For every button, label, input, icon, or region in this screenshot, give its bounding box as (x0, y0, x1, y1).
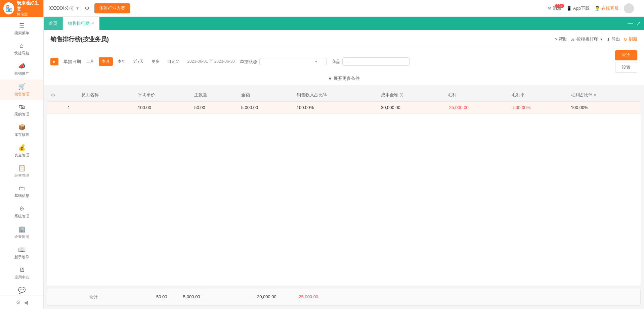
sidebar-item-guide[interactable]: 📖 新手引导 (0, 243, 43, 263)
goods-input[interactable]: ... (342, 57, 410, 66)
tab-home[interactable]: 首页 (44, 17, 63, 30)
col-header-qty: 主数量 (190, 89, 237, 102)
service-label: 在线客服 (601, 5, 619, 11)
table-wrapper: ⚙ 员工名称 平均单价 主数量 全额 销售收入占比% 成本全额 i 毛利 毛利率… (47, 89, 641, 286)
date-btn-current-year[interactable]: 本年 (115, 57, 129, 66)
table-header: ⚙ 员工名称 平均单价 主数量 全额 销售收入占比% 成本全额 i 毛利 毛利率… (47, 89, 641, 102)
footer-sales-pct (213, 293, 253, 302)
sidebar-item-search[interactable]: ☰ 搜索菜单 (0, 18, 43, 39)
date-filter-label: 单据日期 (63, 59, 81, 65)
col-header-profit: 毛利 (444, 89, 508, 102)
app-download-button[interactable]: 📱 App下载 (566, 5, 590, 11)
content-area: 销售排行榜(按业务员) ? 帮助 🖨 按模板打印 ▼ ⬇ 导出 ↻ 刷新 (44, 30, 644, 309)
col-header-avg-price: 平均单价 (134, 89, 190, 102)
sidebar-label-guide: 新手引导 (14, 255, 29, 260)
sidebar-item-inventory[interactable]: 📦 库存核算 (0, 120, 43, 141)
page-title: 销售排行榜(按业务员) (50, 35, 109, 43)
row-rank: 1 (60, 102, 77, 114)
sidebar-item-system[interactable]: ⚙ 系统管理 (0, 202, 43, 222)
topbar-settings-icon[interactable]: ⚙ (85, 5, 89, 11)
sidebar-item-wechat[interactable]: 💬 企业微信 (0, 283, 43, 296)
tabbar: 首页 销售排行榜 × — ⤢ (44, 17, 644, 30)
date-btn-more[interactable]: 更多 (148, 57, 163, 66)
status-filter-label: 单据状态 (240, 59, 257, 65)
sidebar-collapse-button[interactable]: ◀ (24, 299, 28, 306)
filter-status-item: 单据状态 ▼ (240, 58, 327, 65)
app-icon: 📱 (566, 6, 572, 11)
sidebar-item-shortcut[interactable]: ⌂ 快捷导航 (0, 39, 43, 59)
sidebar-item-marketing[interactable]: 📣 营销推广 (0, 59, 43, 80)
filter-toggle-icon[interactable]: ► (50, 58, 58, 65)
column-settings-button[interactable]: 设置 (615, 62, 637, 73)
system-icon: ⚙ (19, 205, 25, 212)
sidebar-label-enterprise: 企业协同 (14, 234, 29, 239)
message-badge: 99+ (555, 4, 564, 8)
trial-button[interactable]: 体验行业方案 (94, 3, 130, 13)
cost-info-icon: i (400, 93, 403, 97)
footer-label: 合计 (85, 293, 119, 302)
sidebar-item-enterprise[interactable]: 🏢 企业协同 (0, 222, 43, 243)
export-button[interactable]: ⬇ 导出 (606, 36, 620, 42)
table-header-row: ⚙ 员工名称 平均单价 主数量 全额 销售收入占比% 成本全额 i 毛利 毛利率… (47, 89, 641, 102)
query-button[interactable]: 查询 (615, 50, 637, 60)
col-header-profit-pct: 毛利占比% ⇅ (567, 89, 641, 102)
sidebar-label-operation: 经营管理 (14, 173, 29, 178)
sidebar-settings-button[interactable]: ⚙ (16, 299, 20, 306)
company-name: XXXXX公司 (49, 5, 74, 11)
sidebar-item-finance[interactable]: 💰 资金管理 (0, 141, 43, 161)
marketing-icon: 📣 (18, 62, 26, 70)
company-selector[interactable]: XXXXX公司 ▼ (49, 5, 80, 11)
date-btn-last-month[interactable]: 上月 (83, 57, 97, 66)
data-table: ⚙ 员工名称 平均单价 主数量 全额 销售收入占比% 成本全额 i 毛利 毛利率… (47, 89, 641, 114)
print-button[interactable]: 🖨 按模板打印 ▼ (571, 36, 603, 42)
company-dropdown-icon: ▼ (76, 6, 80, 11)
sidebar-item-appstore[interactable]: 🖥 应用中心 (0, 263, 43, 283)
topbar-right: ✉ 消息 99+ 📱 App下载 👨‍💼 在线客服 (548, 3, 639, 13)
row-avg-price: 100.00 (134, 102, 190, 114)
table-body: 1 100.00 50.00 5,000.00 100.00% 30,000.0… (47, 102, 641, 114)
tab-sales-ranking[interactable]: 销售排行榜 × (63, 17, 99, 30)
sidebar-item-operation[interactable]: 📋 经营管理 (0, 161, 43, 182)
tab-close-icon[interactable]: × (92, 21, 94, 26)
date-btn-7days[interactable]: 近7天 (130, 57, 147, 66)
filter-bar: ► 单据日期 上月 本月 本年 近7天 更多 自定义 2023-06-01 至 … (44, 47, 644, 85)
row-qty: 50.00 (190, 102, 237, 114)
row-sales-pct: 100.00% (293, 102, 377, 114)
enterprise-icon: 🏢 (18, 225, 26, 233)
basic-icon: 🗃 (19, 185, 25, 192)
col-header-settings[interactable]: ⚙ (47, 89, 60, 102)
sidebar-label-basic: 基础信息 (14, 193, 29, 198)
message-button[interactable]: ✉ 消息 99+ (548, 5, 561, 11)
home-icon: ⌂ (20, 42, 24, 49)
sidebar-item-purchase[interactable]: 🛍 采购管理 (0, 100, 43, 120)
col-header-margin: 毛利率 (508, 89, 567, 102)
col-header-sales-pct: 销售收入占比% (293, 89, 377, 102)
export-icon: ⬇ (606, 37, 610, 42)
sidebar-item-basic[interactable]: 🗃 基础信息 (0, 182, 43, 202)
avatar (624, 3, 634, 13)
expand-label: 展开更多条件 (334, 75, 360, 82)
home-tab-label: 首页 (49, 20, 57, 27)
table-footer: 合计 50.00 5,000.00 30,000.00 -25,000.00 (47, 289, 641, 306)
sidebar-item-sales[interactable]: 🛒 销售管理 (0, 80, 43, 100)
tab-minimize-icon[interactable]: — (628, 20, 633, 27)
col-header-name: 员工名称 (77, 89, 134, 102)
service-icon: 👨‍💼 (595, 6, 600, 11)
online-service-button[interactable]: 👨‍💼 在线客服 (595, 5, 619, 11)
col-header-cost: 成本全额 i (377, 89, 444, 102)
expand-icon: ▼ (328, 76, 332, 81)
expand-conditions-button[interactable]: ▼ 展开更多条件 (328, 75, 360, 82)
expand-row: ▼ 展开更多条件 (50, 75, 637, 82)
help-icon: ? (555, 37, 557, 42)
logo-line2: 标准版 (17, 12, 40, 16)
row-settings (47, 102, 60, 114)
status-select[interactable]: ▼ (259, 58, 327, 65)
date-btn-current-month[interactable]: 本月 (99, 57, 113, 66)
sidebar: 🏪 畅康通好生意 标准版 ☰ 搜索菜单 ⌂ 快捷导航 📣 营销推广 🛒 销售管理… (0, 0, 44, 309)
refresh-button[interactable]: ↻ 刷新 (624, 36, 637, 42)
date-btn-custom[interactable]: 自定义 (164, 57, 182, 66)
print-icon: 🖨 (571, 37, 575, 42)
sidebar-label-purchase: 采购管理 (14, 112, 29, 117)
tab-maximize-icon[interactable]: ⤢ (636, 20, 641, 27)
help-button[interactable]: ? 帮助 (555, 36, 567, 42)
